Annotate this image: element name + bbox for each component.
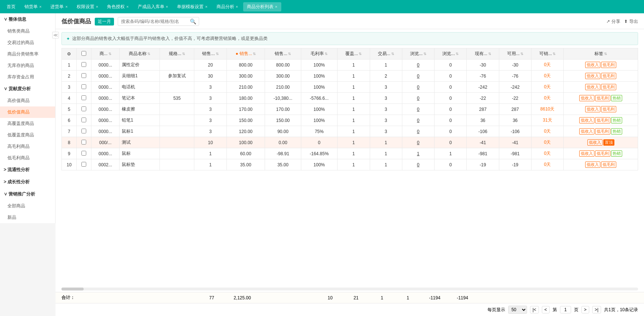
sidebar-group-overall[interactable]: ∨ 整体信息 — [0, 13, 55, 26]
share-button[interactable]: ↗ 分享 — [606, 18, 620, 25]
col-sales2[interactable]: ● 销售...⇅ — [227, 48, 265, 60]
sidebar-collapse-button[interactable]: ≪ — [52, 32, 59, 38]
col-available-stock[interactable]: 可用...⇅ — [499, 48, 531, 60]
sidebar-item-all-products[interactable]: 全部商品 — [0, 200, 55, 212]
sidebar-item-category-rate[interactable]: 商品分类销售率 — [0, 48, 55, 60]
row-checkbox[interactable] — [77, 82, 91, 93]
date-range-tag[interactable]: 近一月 — [95, 18, 114, 26]
row-col7[interactable]: 0 — [402, 104, 434, 115]
close-icon[interactable]: × — [275, 4, 277, 9]
row-col7[interactable]: 0 — [402, 126, 434, 137]
sidebar-item-stock-capital[interactable]: 库存资金占用 — [0, 71, 55, 83]
sidebar-group-growth[interactable]: > 成长性分析 — [0, 176, 55, 188]
nav-product-analysis[interactable]: 商品分析 × — [213, 2, 242, 11]
close-icon[interactable]: × — [166, 4, 168, 9]
col-coverage[interactable]: 覆盖...⇅ — [338, 48, 370, 60]
row-col7[interactable]: 1 — [402, 148, 434, 159]
nav-purchase-order[interactable]: 进货单 × — [47, 2, 71, 11]
nav-sales-order[interactable]: 销货单 × — [21, 2, 45, 11]
page-number-input[interactable] — [560, 306, 571, 313]
col-spec[interactable]: 规格...⇅ — [160, 48, 194, 60]
row-select-checkbox[interactable] — [81, 118, 86, 122]
row-num: 1 — [62, 60, 77, 71]
search-input[interactable] — [118, 17, 199, 26]
nav-product-warehouse[interactable]: 产成品入库单 × — [134, 2, 172, 11]
export-button[interactable]: ⬆ 导出 — [624, 18, 638, 25]
row-select-checkbox[interactable] — [81, 106, 86, 111]
row-col7[interactable]: 0 — [402, 115, 434, 126]
row-checkbox[interactable] — [77, 71, 91, 82]
sidebar-item-low-value[interactable]: 低价值商品 — [0, 106, 55, 118]
col-margin[interactable]: 毛利率⇅ — [301, 48, 338, 60]
row-select-checkbox[interactable] — [81, 129, 86, 133]
sidebar-item-low-margin[interactable]: 低毛利商品 — [0, 152, 55, 164]
search-icon[interactable]: 🔍 — [190, 18, 196, 24]
sidebar-group-marketing[interactable]: ∨ 营销推广分析 — [0, 188, 55, 200]
row-checkbox[interactable] — [77, 60, 91, 71]
sidebar-item-new-products[interactable]: 新品 — [0, 212, 55, 223]
row-select-checkbox[interactable] — [81, 73, 86, 78]
last-page-button[interactable]: >| — [592, 306, 601, 313]
sidebar-item-sales-products[interactable]: 销售类商品 — [0, 26, 55, 37]
col-views2[interactable]: 浏览...⇅ — [435, 48, 467, 60]
sidebar-group-contribution[interactable]: ∨ 贡献度分析 — [0, 83, 55, 95]
nav-home[interactable]: 首页 — [3, 2, 19, 11]
sidebar-item-high-value[interactable]: 高价值商品 — [0, 95, 55, 106]
row-checkbox[interactable] — [77, 148, 91, 159]
row-checkbox[interactable] — [77, 126, 91, 137]
page-size-select[interactable]: 50 100 — [508, 306, 527, 314]
prev-page-button[interactable]: < — [542, 306, 550, 313]
col-current-stock[interactable]: 现有...⇅ — [467, 48, 499, 60]
row-select-checkbox[interactable] — [81, 84, 86, 89]
row-checkbox[interactable] — [77, 104, 91, 115]
close-icon[interactable]: × — [96, 4, 98, 9]
horizontal-scrollbar[interactable] — [61, 288, 638, 290]
col-transaction[interactable]: 交易...⇅ — [370, 48, 402, 60]
row-code: 0000... — [91, 82, 120, 93]
row-col7[interactable]: 0 — [402, 137, 434, 148]
row-select-checkbox[interactable] — [81, 151, 86, 156]
sidebar-item-low-coverage[interactable]: 低覆盖度商品 — [0, 129, 55, 141]
close-icon[interactable]: × — [205, 4, 207, 9]
row-name: 属性定价 — [120, 60, 160, 71]
first-page-button[interactable]: |< — [530, 306, 539, 313]
scrollbar-thumb[interactable] — [61, 288, 84, 290]
next-page-button[interactable]: > — [581, 306, 589, 313]
row-select-checkbox[interactable] — [81, 140, 86, 145]
row-checkbox[interactable] — [77, 159, 91, 170]
row-select-checkbox[interactable] — [81, 95, 86, 100]
col-settings[interactable]: ⚙ — [62, 48, 77, 60]
col-views1[interactable]: 浏览...⇅ — [402, 48, 434, 60]
col-checkbox[interactable] — [77, 48, 91, 60]
sidebar-group-circulation[interactable]: > 流通性分析 — [0, 164, 55, 176]
row-checkbox[interactable] — [77, 93, 91, 104]
col-tags[interactable]: 标签⇅ — [564, 48, 638, 60]
col-sales3[interactable]: 销售...⇅ — [265, 48, 301, 60]
close-icon[interactable]: × — [236, 4, 238, 9]
row-select-checkbox[interactable] — [81, 62, 86, 67]
nav-role-auth[interactable]: 角色授权 × — [103, 2, 132, 11]
row-col7[interactable]: 0 — [402, 71, 434, 82]
close-icon[interactable]: × — [126, 4, 128, 9]
col-sales1[interactable]: 销售...⇅ — [194, 48, 227, 60]
sidebar-item-no-stock[interactable]: 无库存的商品 — [0, 60, 55, 71]
row-checkbox[interactable] — [77, 137, 91, 148]
sidebar-item-high-coverage[interactable]: 高覆盖度商品 — [0, 118, 55, 129]
sidebar-item-traded-products[interactable]: 交易过的商品 — [0, 37, 55, 48]
row-col7[interactable]: 0 — [402, 93, 434, 104]
col-code[interactable]: 商...⇅ — [91, 48, 120, 60]
row-select-checkbox[interactable] — [81, 162, 86, 167]
row-col7[interactable]: 0 — [402, 159, 434, 170]
row-checkbox[interactable] — [77, 115, 91, 126]
select-all-checkbox[interactable] — [81, 51, 86, 56]
nav-permission[interactable]: 权限设置 × — [73, 2, 102, 11]
col-sellable-stock[interactable]: 可销...⇅ — [531, 48, 564, 60]
nav-product-analysis-list[interactable]: 商品分析列表 × — [243, 2, 281, 11]
row-col7[interactable]: 0 — [402, 60, 434, 71]
sidebar-item-high-margin[interactable]: 高毛利商品 — [0, 141, 55, 152]
col-name[interactable]: 商品名称⇅ — [120, 48, 160, 60]
close-icon[interactable]: × — [39, 4, 41, 9]
nav-template-settings[interactable]: 单据模板设置 × — [173, 2, 211, 11]
close-icon[interactable]: × — [65, 4, 67, 9]
row-col7[interactable]: 0 — [402, 82, 434, 93]
